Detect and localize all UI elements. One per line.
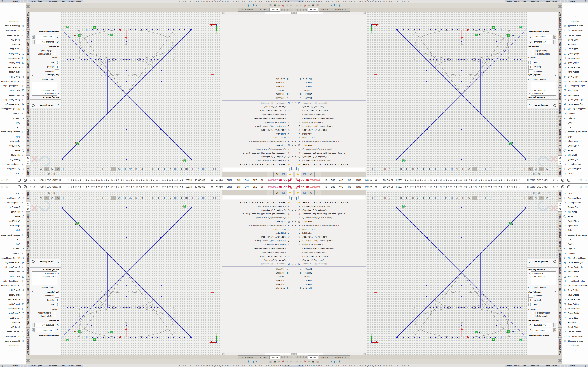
- sketch-tool[interactable]: ╱ Line: [0, 125, 25, 130]
- parameter-input[interactable]: 10.88152731: [35, 40, 55, 44]
- document-window-button[interactable]: ×: [551, 173, 553, 176]
- sketch-tool[interactable]: ∿ Style Spline: [0, 223, 25, 228]
- view-toolbar-icon[interactable]: ⌗: [550, 196, 555, 200]
- tab-nav-button[interactable]: ‹: [287, 8, 290, 11]
- document-tab[interactable]: 3D Views: [319, 355, 332, 359]
- bottom-toolbar-icon[interactable]: ◑: [256, 4, 258, 7]
- commandmanager-tab[interactable]: MBD Dimensions: [558, 337, 562, 356]
- tree-item[interactable]: ■ Solid Bodies: [294, 231, 366, 235]
- commandmanager-tab[interactable]: Features: [558, 190, 562, 201]
- commandmanager-tab[interactable]: Markup: [26, 327, 30, 337]
- expander-icon[interactable]: ▶: [295, 263, 297, 265]
- sketch-tool[interactable]: ◇ Polygon: [0, 251, 25, 256]
- menu-item[interactable]: Insert: [346, 185, 353, 188]
- menu-item[interactable]: Edit: [331, 185, 335, 188]
- close-button[interactable]: ×: [585, 185, 587, 188]
- checkbox[interactable]: [54, 53, 56, 55]
- tree-item[interactable]: ▱ ◯∙◎✜◯✳◉▯◯◦◯▯◉✳◯✜◎∙◯: [222, 250, 294, 254]
- relations-listbox[interactable]: Collinear108Equal length109: [32, 271, 57, 285]
- sketch-tool[interactable]: ◠ Centerpoint Arc: [0, 162, 25, 167]
- sketch-tool[interactable]: ∿ Spline: [0, 228, 25, 233]
- document-tab[interactable]: 3D Views: [256, 355, 269, 359]
- view-toolbar-icon[interactable]: ⌗: [33, 196, 38, 200]
- add-relation-button[interactable]: ❘ Vertical: [32, 65, 60, 69]
- sketch-list-item[interactable]: ▦ (-) Sketch6: [294, 286, 366, 290]
- view-toolbar-icon[interactable]: ╱: [94, 196, 100, 200]
- sketch-list-item[interactable]: ∟ (-) Sketch1: [294, 96, 366, 100]
- commandmanager-tab[interactable]: Direct Editing: [558, 224, 562, 239]
- view-toolbar-icon[interactable]: ◱: [167, 167, 172, 171]
- view-toolbar-icon[interactable]: ✢: [516, 167, 522, 171]
- sketch-tool[interactable]: ≋ Intersection Curve: [563, 334, 588, 339]
- sketch-tool[interactable]: ∿ Style Spline: [563, 223, 588, 228]
- commandmanager-tab[interactable]: Mold Tools: [558, 279, 562, 292]
- tree-item[interactable]: ◕ ◯25◉◎25И3Ɛ25◯◦◯253ƐИ52◎◉52◯: [222, 147, 294, 151]
- sketch-tool[interactable]: ≋ Intersection Curve: [0, 28, 25, 33]
- view-toolbar-icon[interactable]: ▦: [460, 167, 466, 171]
- view-toolbar-icon[interactable]: ◍: [128, 196, 133, 200]
- bottom-toolbar-icon[interactable]: ⚙: [338, 360, 341, 363]
- sketch-tool[interactable]: ◟ Fit Spline: [563, 42, 588, 47]
- document-tab[interactable]: Model: [269, 355, 280, 359]
- view-toolbar-icon[interactable]: ▱: [195, 167, 200, 171]
- close-button[interactable]: ×: [1, 185, 3, 188]
- sketch-tool[interactable]: ◱ Scale Entities: [0, 61, 25, 65]
- expander-icon[interactable]: ▶: [291, 225, 293, 226]
- commandmanager-tab[interactable]: :: [558, 359, 562, 362]
- sketch-tool[interactable]: ╱ Line: [563, 237, 588, 242]
- tree-item[interactable]: ▶ A ◯25ИИ◎◦✜A✜◎ИИA◯◦◯AИИ◎✜A✜◦◎ИИ52◯: [294, 140, 366, 143]
- view-toolbar-icon[interactable]: ▱: [388, 196, 393, 200]
- relations-listbox[interactable]: Collinear108Equal length109: [531, 271, 556, 285]
- featuremanager-tab[interactable]: ◆: [287, 172, 294, 177]
- sketch-tool[interactable]: ⊞ Linear Sketch Pattern: [0, 84, 25, 88]
- bottom-toolbar-icon[interactable]: ✎: [304, 360, 306, 363]
- tree-item[interactable]: ▱ ◯✜ИИ◎◉+◯✳◉▯◯◦◯▯◉✳◯+◉◎ИИ✜◯: [294, 247, 366, 250]
- sketch-tool[interactable]: ƒx Equation Driven Curve: [0, 130, 25, 134]
- sketch-tool[interactable]: ◈ 3 Point Center Recta...: [0, 107, 25, 111]
- document-window-button[interactable]: ◧: [53, 173, 55, 176]
- featuremanager-tab[interactable]: ▤: [301, 190, 308, 195]
- view-toolbar-icon[interactable]: ◫: [201, 196, 206, 200]
- tree-item[interactable]: ▱ ◯✜Ɣ9Ɛ∙◯✳◉▯◯◦◯▯◉✳◯∙Ɛ9Ɣ✜◯: [222, 254, 294, 258]
- sketch-tool[interactable]: ◍ Silhouette Entities: [563, 24, 588, 28]
- sketch-tool[interactable]: ▭ Corner Rectangle: [563, 265, 588, 269]
- featuremanager-tab[interactable]: ⊕: [308, 190, 314, 195]
- bottom-toolbar-icon[interactable]: ▩: [269, 360, 272, 363]
- sketch-tool[interactable]: ▭ Corner Rectangle: [0, 265, 25, 269]
- featuremanager-tab[interactable]: ◆: [287, 190, 294, 195]
- view-toolbar-icon[interactable]: ⊞: [444, 196, 449, 200]
- tag-icon[interactable]: ▤: [0, 365, 5, 367]
- view-toolbar-icon[interactable]: ⊙: [545, 196, 550, 200]
- sketch-tool[interactable]: ╱ Line: [0, 237, 25, 242]
- sketch-tool[interactable]: ◍ Silhouette Entities: [0, 24, 25, 28]
- checkbox[interactable]: [532, 315, 534, 317]
- view-toolbar-icon[interactable]: ⇩: [438, 196, 443, 200]
- tree-item[interactable]: ◗ Surface Bodies: [294, 136, 366, 140]
- tree-item[interactable]: ◉ ◯25✜3Ɛ25◯ИИ◎◦✜ƆC3Ɛ∩25◯◦◯25∩3ƐƆC✜◦◎ИИ◯2…: [294, 212, 366, 216]
- view-toolbar-icon[interactable]: ◍: [455, 196, 460, 200]
- sketch-tool[interactable]: ◖ Partial Ellipse: [563, 144, 588, 148]
- collapse-icon[interactable]: ⌃: [32, 291, 34, 293]
- sketch-tool[interactable]: ⊙ Circle: [563, 171, 588, 176]
- sketch-list-item[interactable]: ∟ (-) Sketch1: [222, 267, 294, 271]
- panel-help-icon[interactable]: ?: [553, 260, 556, 263]
- tree-item[interactable]: ✎ ◯25∙∩✳◉Am◯◦◯mA◉✳∩∙52◯: [222, 128, 294, 132]
- sketch-tool[interactable]: ⌒ Tangent Arc: [0, 158, 25, 162]
- sketch-tool[interactable]: ▪ Point: [563, 242, 588, 246]
- sketch-tool[interactable]: ▣ Center Rectangle: [0, 260, 25, 265]
- commandmanager-tab[interactable]: Mesh Modeling: [558, 57, 562, 74]
- checkbox[interactable]: [54, 50, 56, 52]
- commandmanager-tab[interactable]: Data Migration: [26, 40, 30, 57]
- view-toolbar-icon[interactable]: ◍: [128, 167, 133, 171]
- commandmanager-tab[interactable]: :: [26, 357, 30, 359]
- bottom-toolbar-icon[interactable]: ◈: [286, 360, 288, 363]
- sketch-tool[interactable]: ⊞ Linear Sketch Pattern: [0, 279, 25, 283]
- units-dropdown[interactable]: Custom▴: [5, 365, 20, 367]
- commandmanager-tab[interactable]: Mesh Modeling: [26, 293, 30, 310]
- view-toolbar-icon[interactable]: ▮: [156, 196, 161, 200]
- search-input[interactable]: Search CAD Models: [529, 179, 553, 182]
- commandmanager-tab[interactable]: Evaluate: [26, 117, 30, 127]
- commandmanager-tab[interactable]: Evaluate: [558, 117, 562, 127]
- view-toolbar-icon[interactable]: ⊙: [539, 167, 544, 171]
- featuremanager-tab[interactable]: ◔: [267, 190, 274, 195]
